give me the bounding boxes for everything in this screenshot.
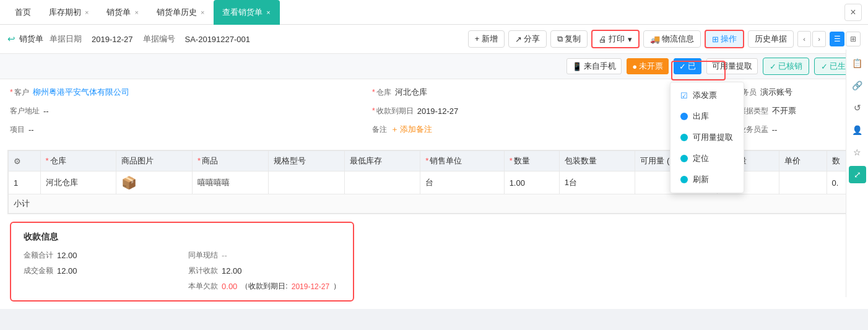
check-circle-icon2: ✓: [821, 62, 828, 71]
customer-value[interactable]: 柳州粤港平安气体有限公司: [33, 87, 129, 98]
address-value: --: [43, 106, 49, 116]
doc-title: ↩ 销货单: [7, 33, 43, 45]
not-open-button[interactable]: ● 未开票: [627, 58, 669, 74]
logistics-icon: 🚚: [650, 35, 660, 44]
row-num: 1: [9, 172, 41, 194]
dropdown-item-invoice[interactable]: ☑ 添发票: [671, 85, 744, 106]
deal-amount-item: 成交金额 12.00: [24, 266, 176, 276]
same-order-settle-item: 同单现结 --: [188, 250, 341, 261]
operations-icon: ⊞: [712, 35, 719, 44]
copy-icon: ⧉: [557, 34, 563, 44]
dropdown-item-available[interactable]: 可用量提取: [671, 127, 744, 148]
from-phone-button[interactable]: 📱 来自手机: [566, 58, 622, 74]
print-button[interactable]: 🖨 打印 ▾: [591, 30, 640, 48]
close-icon[interactable]: ×: [85, 9, 89, 16]
note-label: 备注: [372, 124, 387, 135]
sidebar-expand-icon[interactable]: ⤢: [849, 166, 866, 183]
payment-info-grid: 金额合计 12.00 同单现结 -- 成交金额 12.00 累计收款 12.00: [24, 250, 341, 292]
history-button[interactable]: 历史单据: [748, 30, 794, 48]
doc-header: ↩ 销货单 单据日期 2019-12-27 单据编号 SA-20191227-0…: [0, 25, 868, 54]
payment-date-value: 2019-12-27: [417, 106, 459, 116]
bottom-panel: 收款信息 金额合计 12.00 同单现结 -- 成交金额 12.00: [0, 214, 868, 309]
tab-view-sales[interactable]: 查看销货单 ×: [214, 0, 279, 25]
date-value: 2019-12-27: [92, 35, 133, 44]
row-warehouse: 河北仓库: [40, 172, 116, 194]
status-badge-cancelled: ✓ 已核销: [763, 58, 809, 75]
col-product: 商品: [193, 151, 269, 172]
settings-icon[interactable]: ⚙: [14, 157, 21, 166]
operations-dropdown: ☑ 添发票 出库 可用量提取 定位 刷新: [670, 82, 744, 193]
row-img: 📦: [116, 172, 193, 194]
col-price: 单价: [779, 151, 827, 172]
dropdown-item-refresh[interactable]: 刷新: [671, 169, 744, 190]
empty-item: [24, 281, 176, 292]
col-warehouse: 仓库: [40, 151, 116, 172]
doc-title-text: 销货单: [19, 33, 43, 45]
salesperson2-field: 业务员盂 --: [734, 124, 858, 135]
tab-sales[interactable]: 销货单 ×: [98, 0, 147, 25]
warehouse-field: 仓库 河北仓库: [372, 87, 496, 98]
col-pkg-qty: 包装数量: [559, 151, 635, 172]
sidebar-refresh-icon[interactable]: ↺: [849, 99, 866, 116]
payment-date-field: 收款到期日 2019-12-27: [372, 106, 496, 116]
note-field: 备注 ＋ 添加备注: [372, 124, 496, 135]
sidebar-user-icon[interactable]: 👤: [849, 121, 866, 139]
salesperson2-value: --: [772, 125, 778, 134]
tab-sales-history[interactable]: 销货单历史 ×: [148, 0, 214, 25]
col-img: 商品图片: [116, 151, 193, 172]
project-field: 项目 --: [10, 124, 134, 135]
dot-icon: ●: [632, 62, 637, 71]
amount-total-item: 金额合计 12.00: [24, 250, 176, 261]
available-button[interactable]: 可用量提取: [706, 58, 758, 74]
number-label: 单据编号: [143, 33, 175, 45]
col-spec: 规格型号: [268, 151, 344, 172]
main-content: ↩ 销货单 单据日期 2019-12-27 单据编号 SA-20191227-0…: [0, 25, 868, 309]
number-value: SA-20191227-001: [185, 35, 251, 44]
print-icon: 🖨: [599, 35, 607, 44]
col-min-stock: 最低库存: [344, 151, 420, 172]
add-note-button[interactable]: ＋ 添加备注: [391, 124, 432, 135]
salesperson-field: 业务员 演示账号: [734, 87, 858, 98]
check-button[interactable]: ✓ 已: [674, 58, 701, 74]
cumulative-receipt-item: 累计收款 12.00: [188, 266, 341, 276]
tab-bar: 首页 库存期初 × 销货单 × 销货单历史 × 查看销货单 × ×: [0, 0, 868, 25]
tab-inventory[interactable]: 库存期初 ×: [40, 0, 98, 25]
prev-button[interactable]: ‹: [797, 31, 811, 47]
operations-button[interactable]: ⊞ 操作: [705, 30, 744, 48]
copy-button[interactable]: ⧉ 复制: [550, 30, 588, 48]
row-unit: 台: [420, 172, 504, 194]
dropdown-item-outbound[interactable]: 出库: [671, 106, 744, 127]
address-label: 客户地址: [10, 106, 40, 116]
grid-view-button[interactable]: ⊞: [846, 32, 861, 46]
ticket-type-value: 不开票: [772, 105, 796, 116]
share-button[interactable]: ↗ 分享: [508, 30, 547, 48]
payment-info-box: 收款信息 金额合计 12.00 同单现结 -- 成交金额 12.00: [10, 222, 354, 302]
close-icon[interactable]: ×: [266, 9, 270, 16]
invoice-check-icon: ☑: [680, 91, 688, 100]
salesperson-value: 演示账号: [760, 87, 792, 98]
row-price: [779, 172, 827, 194]
arrears-item: 本单欠款 0.00 （收款到期日: 2019-12-27 ）: [188, 281, 341, 292]
payment-date-label: 收款到期日: [372, 106, 414, 116]
locate-dot-icon: [680, 155, 688, 162]
tab-home[interactable]: 首页: [6, 0, 40, 25]
col-settings[interactable]: ⚙: [9, 151, 41, 172]
address-field: 客户地址 --: [10, 106, 134, 116]
logistics-button[interactable]: 🚚 物流信息: [643, 30, 701, 48]
doc-icon: ↩: [7, 33, 15, 45]
doc-meta: 单据日期 2019-12-27 单据编号 SA-20191227-001: [50, 33, 462, 45]
doc-actions: + 新增 ↗ 分享 ⧉ 复制 🖨 打印 ▾ 🚚 物流信息: [468, 30, 861, 48]
next-button[interactable]: ›: [812, 31, 826, 47]
col-qty: 数量: [504, 151, 559, 172]
sidebar-star-icon[interactable]: ☆: [849, 144, 866, 161]
close-icon[interactable]: ×: [201, 9, 204, 16]
close-icon[interactable]: ×: [134, 9, 138, 16]
nav-arrows: ‹ ›: [797, 31, 826, 47]
new-button[interactable]: + 新增: [468, 30, 505, 48]
window-close-button[interactable]: ×: [844, 4, 862, 21]
sidebar-link-icon[interactable]: 🔗: [849, 77, 866, 94]
list-view-button[interactable]: ☰: [830, 32, 844, 46]
date-label: 单据日期: [50, 33, 82, 45]
sidebar-note-icon[interactable]: 📋: [849, 54, 866, 72]
dropdown-item-locate[interactable]: 定位: [671, 148, 744, 169]
